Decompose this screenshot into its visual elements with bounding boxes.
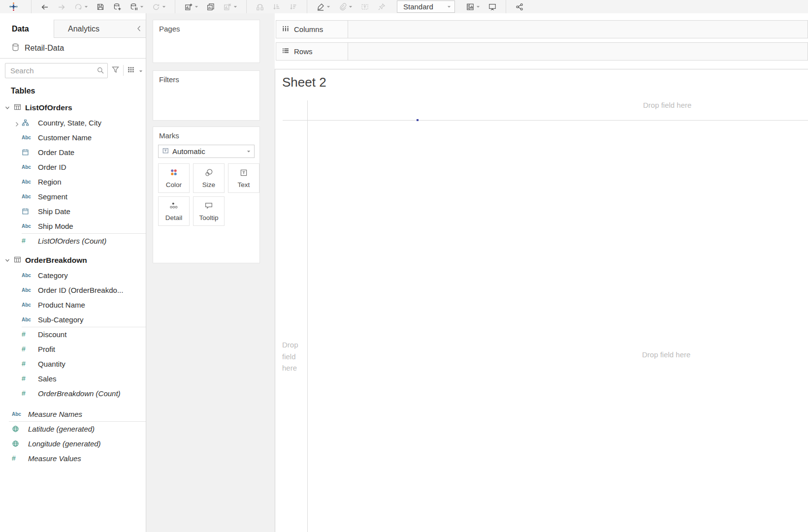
abc-icon: Abc <box>22 135 33 140</box>
field-product-name[interactable]: AbcProduct Name <box>0 297 146 312</box>
toolbar-separator <box>31 0 32 13</box>
field-category[interactable]: AbcCategory <box>0 268 146 282</box>
field-ship-date[interactable]: Ship Date <box>0 204 146 219</box>
pause-auto-updates-caret-icon[interactable] <box>140 5 144 8</box>
number-icon: # <box>22 375 33 382</box>
replay-caret-icon[interactable] <box>84 5 88 8</box>
new-datasource-button[interactable] <box>109 0 126 13</box>
expand-chevron-icon[interactable] <box>15 120 19 128</box>
datasource-row[interactable]: Retail-Data <box>0 38 146 59</box>
save-button[interactable] <box>92 0 109 13</box>
table-group-listoforders[interactable]: ListOfOrders <box>0 100 146 115</box>
field-sub-category[interactable]: AbcSub-Category <box>0 312 146 327</box>
table-group-label: ListOfOrders <box>25 103 72 112</box>
sheet-title[interactable]: Sheet 2 <box>282 75 326 90</box>
field-order-id[interactable]: AbcOrder ID <box>0 159 146 174</box>
number-icon: # <box>22 330 33 338</box>
dropzone-columns-hint[interactable]: Drop field here <box>643 101 691 109</box>
presentation-mode-button[interactable] <box>484 0 501 13</box>
field-label: Order Date <box>38 148 74 156</box>
tab-analytics[interactable]: Analytics <box>54 20 146 38</box>
number-icon: # <box>22 345 33 353</box>
mark-type-dropdown[interactable]: Automatic <box>158 145 255 158</box>
detail-icon <box>169 201 179 213</box>
marks-detail-button[interactable]: Detail <box>158 196 190 226</box>
filter-fields-icon[interactable] <box>111 65 120 76</box>
presentation-mode-icon <box>488 2 497 11</box>
field-measure-names[interactable]: AbcMeasure Names <box>0 407 146 421</box>
field-country-state-city[interactable]: Country, State, City <box>0 115 146 130</box>
highlight-icon <box>316 2 325 11</box>
undo-button[interactable] <box>36 0 53 13</box>
field-longitude-generated[interactable]: Longitude (generated) <box>0 436 146 451</box>
field-profit[interactable]: #Profit <box>0 342 146 356</box>
clear-sheet-caret-icon[interactable] <box>233 5 237 8</box>
tooltip-icon <box>204 201 214 213</box>
replay-button <box>70 0 92 13</box>
show-hide-cards-caret-icon[interactable] <box>476 5 480 8</box>
abc-icon: Abc <box>22 273 33 278</box>
field-order-date[interactable]: Order Date <box>0 145 146 159</box>
field-region[interactable]: AbcRegion <box>0 174 146 189</box>
field-listoforders-count[interactable]: #ListOfOrders (Count) <box>0 233 146 248</box>
run-update-caret-icon[interactable] <box>162 5 166 8</box>
tableau-logo-icon <box>9 2 18 11</box>
field-label: Segment <box>38 192 67 201</box>
field-sales[interactable]: #Sales <box>0 371 146 386</box>
collapse-pane-icon[interactable] <box>136 25 141 34</box>
field-label: Sales <box>38 375 57 383</box>
marks-tooltip-button[interactable]: Tooltip <box>193 196 225 226</box>
new-worksheet-caret-icon[interactable] <box>194 5 198 8</box>
columns-shelf-dropzone[interactable] <box>348 21 808 38</box>
field-orderbreakdown-count[interactable]: #OrderBreakdown (Count) <box>0 386 146 401</box>
pages-card[interactable]: Pages <box>153 20 260 63</box>
columns-shelf-label: Columns <box>276 21 348 38</box>
marks-color-button[interactable]: Color <box>158 163 190 193</box>
datasource-name: Retail-Data <box>25 44 64 53</box>
dropzone-rows-hint[interactable]: Drop field here <box>282 339 308 374</box>
rows-shelf[interactable]: Rows <box>276 42 808 61</box>
field-label: Quantity <box>38 360 65 368</box>
dropzone-canvas-hint[interactable]: Drop field here <box>642 350 690 359</box>
globe-icon <box>12 440 24 447</box>
pause-auto-updates-button[interactable] <box>126 0 148 13</box>
view-options-caret-icon[interactable] <box>139 66 143 75</box>
view-options-icon[interactable] <box>127 66 135 75</box>
group-members-caret-icon[interactable] <box>349 5 353 8</box>
tab-data[interactable]: Data <box>0 20 54 38</box>
field-label: Sub-Category <box>38 315 84 324</box>
field-measure-values[interactable]: #Measure Values <box>0 451 146 466</box>
field-label: Measure Values <box>28 454 81 463</box>
columns-icon <box>282 25 290 34</box>
search-input[interactable] <box>5 66 107 75</box>
field-segment[interactable]: AbcSegment <box>0 189 146 204</box>
marks-size-button[interactable]: Size <box>193 163 225 193</box>
share-icon <box>515 2 524 11</box>
field-latitude-generated[interactable]: Latitude (generated) <box>0 421 146 436</box>
field-customer-name[interactable]: AbcCustomer Name <box>0 130 146 145</box>
collapse-chevron-icon[interactable] <box>5 256 10 265</box>
table-group-orderbreakdown[interactable]: OrderBreakdown <box>0 253 146 268</box>
fit-mode-dropdown[interactable]: Standard <box>397 0 455 13</box>
duplicate-sheet-button[interactable] <box>202 0 219 13</box>
field-quantity[interactable]: #Quantity <box>0 356 146 371</box>
marks-buttons: ColorSizeTextDetailTooltip <box>158 163 255 226</box>
group-members-icon <box>338 2 347 11</box>
columns-shelf[interactable]: Columns <box>276 20 808 38</box>
rows-shelf-dropzone[interactable] <box>348 43 808 60</box>
field-discount[interactable]: #Discount <box>0 327 146 342</box>
highlight-button[interactable] <box>312 0 334 13</box>
collapse-chevron-icon[interactable] <box>5 103 10 112</box>
field-order-id-orderbreakdo[interactable]: AbcOrder ID (OrderBreakdo... <box>0 282 146 297</box>
highlight-caret-icon[interactable] <box>326 5 330 8</box>
share-button[interactable] <box>511 0 528 13</box>
filters-card[interactable]: Filters <box>153 70 260 121</box>
marks-button-label: Text <box>238 181 250 188</box>
abc-icon: Abc <box>22 302 33 308</box>
show-hide-cards-button[interactable] <box>462 0 484 13</box>
field-label: Profit <box>38 345 55 353</box>
fix-axes-icon <box>377 2 386 11</box>
field-ship-mode[interactable]: AbcShip Mode <box>0 219 146 233</box>
new-worksheet-button[interactable] <box>180 0 202 13</box>
marks-text-button[interactable]: Text <box>228 163 259 193</box>
